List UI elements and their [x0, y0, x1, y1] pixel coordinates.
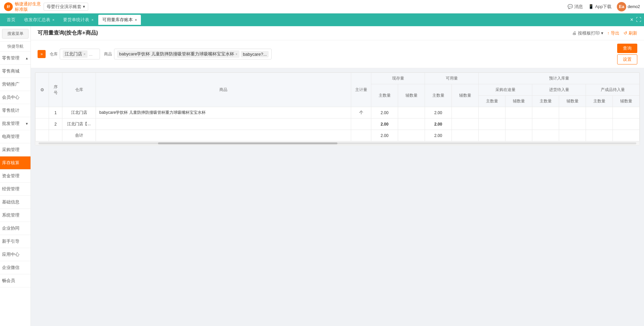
cell-available-main: 2.00 [425, 119, 452, 130]
maximize-icon[interactable]: ⛶ [636, 17, 641, 23]
cell-purchase-transit-aux [505, 107, 532, 119]
cell-production-main [586, 119, 613, 130]
chevron-up-icon: ▲ [25, 56, 29, 60]
sidebar-item-basic-info[interactable]: 基础信息 [0, 196, 31, 209]
search-menu-button[interactable]: 搜索菜单 [2, 29, 29, 39]
table-footer-row: 合计 2.00 2.00 [36, 130, 640, 141]
col-header-warehouse: 仓库 [62, 73, 96, 107]
data-table: ⚙ 序号 仓库 商品 主计量 现存量 可用量 预计入库量 主数量 辅数量 主数量 [35, 73, 640, 141]
tab-close-receive[interactable]: × [52, 18, 54, 22]
top-bar-right: 💬 消息 📱 App下载 Ea demo2 [568, 2, 640, 11]
industry-selector[interactable]: 母婴行业演示账套 ▾ [44, 3, 88, 11]
sidebar-item-retail-stats[interactable]: 零售统计 [0, 104, 31, 117]
cell-settings [36, 107, 49, 119]
chevron-down-icon-print: ▾ [601, 31, 603, 36]
sidebar-item-inventory-check[interactable]: 库存核算 [0, 156, 31, 170]
logo-text: 畅捷通好生意 标准版 [15, 1, 41, 12]
col-header-current-aux: 辅数量 [398, 84, 425, 107]
avatar: Ea [617, 2, 626, 11]
product-tag1-close[interactable]: × [235, 52, 237, 56]
tab-close-available[interactable]: × [135, 18, 137, 22]
sidebar-item-retail-store[interactable]: 零售商城 [0, 65, 31, 78]
print-template-button[interactable]: 🖨 按模板打印 ▾ [572, 30, 603, 36]
app-download-button[interactable]: 📱 App下载 [588, 4, 611, 10]
cell-no: 2 [49, 119, 62, 130]
page-header: 可用量查询(按仓库+商品) 🖨 按模板打印 ▾ ↑ 导出 ↺ 刷新 [31, 26, 644, 40]
col-header-purchase-transit: 采购在途量 [479, 84, 532, 96]
cell-production-aux [613, 107, 640, 119]
col-header-available-aux: 辅数量 [452, 84, 479, 107]
sidebar-item-marketing[interactable]: 营销推广 [0, 78, 31, 91]
footer-available-main: 2.00 [425, 130, 452, 141]
warehouse-input[interactable]: 江北门店 × ... [60, 49, 100, 59]
col-header-purchase-transit-aux: 辅数量 [505, 96, 532, 107]
sidebar-item-enterprise-collab[interactable]: 企业协同 [0, 222, 31, 235]
col-header-production-main: 主数量 [586, 96, 613, 107]
product-tag-2: babycare?... [241, 51, 269, 57]
table-row: 1 江北门店 babycare学饮杯 儿童防摔防撞吸管杯重力球吸嘴杯宝宝水杯 个… [36, 107, 640, 119]
query-button[interactable]: 查询 [617, 44, 637, 53]
sidebar-item-new-guide[interactable]: 新手引导 [0, 235, 31, 248]
close-all-icon[interactable]: × [630, 17, 633, 23]
sidebar-item-system-mgmt[interactable]: 系统管理 [0, 209, 31, 222]
warehouse-filter-group: 仓库 江北门店 × ... [50, 49, 100, 59]
sidebar-item-vip-member[interactable]: 畅会员 [0, 274, 31, 287]
table-row: 2 江北门店【... 2.00 2.00 [36, 119, 640, 130]
sidebar-item-app-center[interactable]: 应用中心 [0, 248, 31, 261]
tab-home[interactable]: 首页 [3, 15, 19, 25]
footer-no [49, 130, 62, 141]
sidebar-item-purchase-mgmt[interactable]: 采购管理 [0, 143, 31, 156]
sidebar-item-enterprise-wechat[interactable]: 企业微信 [0, 261, 31, 274]
cell-current-main: 2.00 [371, 119, 398, 130]
message-button[interactable]: 💬 消息 [568, 4, 583, 10]
cell-incoming-main [532, 107, 559, 119]
col-header-no: 序号 [49, 73, 62, 107]
cell-unit: 个 [351, 107, 371, 119]
tab-bar-controls: × ⛶ [630, 17, 641, 23]
col-header-current-main: 主数量 [371, 84, 398, 107]
col-header-incoming-aux: 辅数量 [559, 96, 586, 107]
col-header-product: 商品 [96, 73, 351, 107]
settings-icon[interactable]: ⚙ [40, 87, 44, 92]
sidebar-item-operations-mgmt[interactable]: 经营管理 [0, 183, 31, 196]
col-header-unit: 主计量 [351, 73, 371, 107]
sidebar-item-ecommerce-mgmt[interactable]: 电商管理 [0, 130, 31, 143]
warehouse-tag-close[interactable]: × [84, 52, 86, 56]
product-label: 商品 [104, 51, 112, 57]
sidebar-item-member-center[interactable]: 会员中心 [0, 91, 31, 104]
tab-close-order[interactable]: × [91, 18, 93, 22]
warehouse-label: 仓库 [50, 51, 58, 57]
col-header-production-aux: 辅数量 [613, 96, 640, 107]
tab-available-stock[interactable]: 可用量库存账本 × [98, 15, 141, 25]
cell-purchase-transit-aux [505, 119, 532, 130]
tab-order-stats[interactable]: 要货单统计表 × [59, 15, 97, 25]
footer-incoming-aux [559, 130, 586, 141]
cell-incoming-aux [559, 107, 586, 119]
col-header-current-stock: 现存量 [371, 73, 425, 84]
tab-receive-summary[interactable]: 收发存汇总表 × [20, 15, 58, 25]
sidebar-item-wholesale-mgmt[interactable]: 批发管理 ▼ [0, 117, 31, 130]
sidebar-item-retail-mgmt[interactable]: 零售管理 ▲ [0, 52, 31, 65]
horizontal-scrollbar[interactable] [35, 141, 640, 145]
warehouse-tag: 江北门店 × [63, 50, 88, 58]
scrollbar-thumb[interactable] [158, 142, 337, 144]
user-area[interactable]: Ea demo2 [617, 2, 640, 11]
refresh-button[interactable]: ↺ 刷新 [624, 30, 637, 36]
product-tag-1: babycare学饮杯 儿童防摔防撞吸管杯重力球吸嘴杯宝宝水杯 × [117, 50, 239, 58]
footer-current-aux [398, 130, 425, 141]
sidebar-search-area: 搜索菜单 [0, 26, 31, 42]
warehouse-ellipsis[interactable]: ... [89, 52, 93, 57]
cell-production-aux [613, 119, 640, 130]
tab-bar: 首页 收发存汇总表 × 要货单统计表 × 可用量库存账本 × × ⛶ [0, 13, 644, 26]
sidebar-item-finance-mgmt[interactable]: 资金管理 [0, 170, 31, 183]
export-button[interactable]: ↑ 导出 [607, 30, 620, 36]
filter-expand-button[interactable]: » [38, 50, 46, 58]
logo-area: 好 畅捷通好生意 标准版 [4, 1, 41, 12]
quick-nav-button[interactable]: 快捷导航 [0, 42, 31, 52]
product-input[interactable]: babycare学饮杯 儿童防摔防撞吸管杯重力球吸嘴杯宝宝水杯 × babyca… [114, 49, 272, 59]
col-header-purchase-transit-main: 主数量 [479, 96, 505, 107]
message-icon: 💬 [568, 4, 573, 9]
top-bar-left: 好 畅捷通好生意 标准版 母婴行业演示账套 ▾ [4, 1, 88, 12]
setting-button[interactable]: 设置 [617, 54, 637, 64]
table-header-row-1: ⚙ 序号 仓库 商品 主计量 现存量 可用量 预计入库量 [36, 73, 640, 84]
